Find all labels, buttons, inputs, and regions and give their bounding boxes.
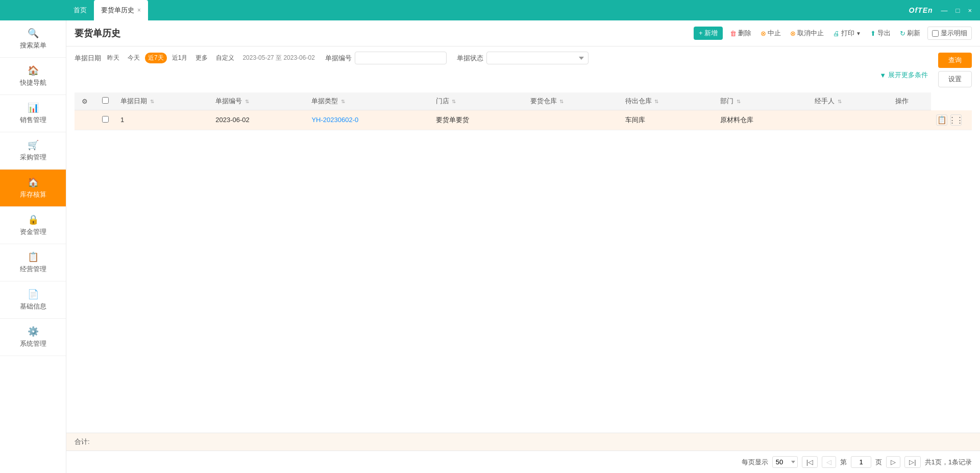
first-page-btn[interactable]: |◁ [802, 456, 818, 468]
tab-home[interactable]: 首页 [66, 0, 94, 20]
row-more-icon[interactable]: ⋮⋮ [950, 114, 962, 126]
th-req-warehouse[interactable]: 要货仓库 ⇅ [525, 92, 620, 110]
tab-active[interactable]: 要货单历史 × [94, 0, 148, 20]
row-doctype: 要货单要货 [431, 110, 525, 130]
maximize-icon[interactable]: □ [956, 7, 960, 14]
th-dept[interactable]: 部门 ⇅ [715, 92, 810, 110]
refresh-button[interactable]: ↻ 刷新 [898, 28, 922, 39]
th-docno[interactable]: 单据编号 ⇅ [210, 92, 306, 110]
date-btn-yesterday[interactable]: 昨天 [104, 53, 122, 63]
cancel-stop-label: 取消中止 [797, 29, 824, 38]
sidebar-item-finance[interactable]: 🔒 资金管理 [0, 207, 66, 244]
toolbar: + 新增 🗑 删除 ⊗ 中止 ⊗ 取消中止 🖨 打印 ▼ [694, 27, 972, 40]
cancel-stop-button[interactable]: ⊗ 取消中止 [788, 28, 826, 39]
th-pending-warehouse[interactable]: 待出仓库 ⇅ [620, 92, 715, 110]
settings-button[interactable]: 设置 [938, 71, 972, 87]
sidebar: 🔍 搜索菜单 🏠 快捷导航 📊 销售管理 🛒 采购管理 🏠 库存核算 🔒 资金管… [0, 20, 66, 473]
expand-more-row: ▼ 展开更多条件 [75, 67, 928, 80]
page-input[interactable] [851, 456, 871, 468]
row-pending-warehouse: 原材料仓库 [715, 110, 810, 130]
th-settings[interactable]: ⚙ [75, 92, 95, 110]
next-page-btn[interactable]: ▷ [886, 456, 900, 468]
stop-button[interactable]: ⊗ 中止 [758, 28, 783, 39]
sidebar-item-purchase[interactable]: 🛒 采购管理 [0, 132, 66, 170]
docno-filter-label: 单据编号 [325, 54, 352, 63]
th-date-label: 单据日期 [120, 97, 147, 105]
prev-page-btn[interactable]: ◁ [822, 456, 836, 468]
date-btn-more[interactable]: 更多 [192, 53, 211, 63]
filter-area: 单据日期 昨天 今天 近7天 近1月 更多 自定义 2023-05-27 至 2… [66, 46, 980, 87]
docno-filter-input[interactable] [355, 52, 447, 64]
sales-icon: 📊 [28, 102, 39, 113]
sidebar-item-system[interactable]: ⚙️ 系统管理 [0, 319, 66, 356]
th-doctype[interactable]: 单据类型 ⇅ [306, 92, 430, 110]
row-checkbox-cell[interactable] [95, 110, 115, 130]
date-btn-1month[interactable]: 近1月 [169, 53, 191, 63]
sidebar-item-inventory[interactable]: 🏠 库存核算 [0, 170, 66, 207]
sort-req-warehouse-icon: ⇅ [559, 99, 564, 104]
status-filter-select[interactable] [486, 52, 589, 64]
print-button[interactable]: 🖨 打印 ▼ [831, 28, 863, 39]
sidebar-label-finance: 资金管理 [20, 227, 46, 236]
th-pending-warehouse-label: 待出仓库 [625, 97, 652, 105]
date-btn-custom[interactable]: 自定义 [213, 53, 237, 63]
date-filter-label: 单据日期 [75, 54, 101, 63]
last-page-btn[interactable]: ▷| [904, 456, 920, 468]
per-page-label: 每页显示 [742, 458, 768, 467]
row-docno-link[interactable]: YH-20230602-0 [311, 116, 358, 124]
window-close-icon[interactable]: × [968, 7, 972, 14]
export-label: 导出 [877, 29, 891, 38]
table-header: ⚙ 单据日期 ⇅ 单据编号 ⇅ 单据类型 [75, 92, 972, 110]
sort-docno-icon: ⇅ [245, 99, 249, 104]
print-chevron-icon: ▼ [856, 31, 861, 36]
sort-pending-warehouse-icon: ⇅ [654, 99, 658, 104]
th-store[interactable]: 门店 ⇅ [431, 92, 525, 110]
sort-handler-icon: ⇅ [838, 99, 842, 104]
th-docno-label: 单据编号 [215, 97, 242, 105]
row-ops-icons: 📋 ⋮⋮ [936, 114, 967, 126]
row-ops: 📋 ⋮⋮ [931, 110, 972, 130]
filter-row-1: 单据日期 昨天 今天 近7天 近1月 更多 自定义 2023-05-27 至 2… [75, 52, 928, 64]
sidebar-item-shortcut[interactable]: 🏠 快捷导航 [0, 58, 66, 95]
main-table: ⚙ 单据日期 ⇅ 单据编号 ⇅ 单据类型 [75, 92, 972, 130]
delete-button[interactable]: 🗑 删除 [728, 28, 753, 39]
show-detail-button[interactable]: 显示明细 [927, 27, 972, 40]
th-doctype-label: 单据类型 [311, 97, 338, 105]
top-nav: 首页 要货单历史 × OfTEn — □ × [0, 0, 980, 20]
query-button[interactable]: 查询 [938, 53, 972, 68]
table-container: ⚙ 单据日期 ⇅ 单据编号 ⇅ 单据类型 [66, 92, 980, 433]
sort-store-icon: ⇅ [452, 99, 456, 104]
inventory-icon: 🏠 [28, 177, 39, 188]
next-icon: ▷ [891, 458, 896, 466]
expand-more-icon: ▼ [879, 72, 886, 79]
table-footer: 合计: [66, 433, 980, 451]
row-edit-icon[interactable]: 📋 [936, 114, 947, 126]
row-docno[interactable]: YH-20230602-0 [306, 110, 430, 130]
stop-label: 中止 [768, 29, 781, 38]
date-range-display: 2023-05-27 至 2023-06-02 [242, 54, 314, 62]
expand-more-btn[interactable]: ▼ 展开更多条件 [879, 70, 928, 80]
sidebar-item-search[interactable]: 🔍 搜索菜单 [0, 20, 66, 58]
new-button[interactable]: + 新增 [694, 27, 723, 40]
date-btn-today[interactable]: 今天 [125, 53, 143, 63]
th-handler[interactable]: 经手人 ⇅ [810, 92, 890, 110]
sidebar-item-basic-info[interactable]: 📄 基础信息 [0, 281, 66, 319]
th-date[interactable]: 单据日期 ⇅ [115, 92, 210, 110]
sidebar-label-shortcut: 快捷导航 [20, 78, 46, 87]
date-btn-7days[interactable]: 近7天 [145, 53, 167, 63]
basic-info-icon: 📄 [28, 289, 39, 300]
tab-home-label: 首页 [74, 6, 87, 15]
minimize-icon[interactable]: — [941, 7, 948, 14]
sidebar-item-management[interactable]: 📋 经营管理 [0, 244, 66, 281]
export-button[interactable]: ⬆ 导出 [868, 28, 893, 39]
show-detail-checkbox[interactable] [932, 30, 939, 37]
page-unit: 页 [875, 458, 882, 467]
sidebar-item-sales[interactable]: 📊 销售管理 [0, 95, 66, 132]
sort-dept-icon: ⇅ [737, 99, 741, 104]
tab-active-label: 要货单历史 [101, 6, 134, 15]
th-checkbox[interactable] [95, 92, 115, 110]
close-tab-icon[interactable]: × [137, 7, 141, 14]
select-all-checkbox[interactable] [102, 97, 109, 104]
row-checkbox[interactable] [102, 116, 109, 123]
per-page-select[interactable]: 50 20 100 [772, 456, 798, 468]
